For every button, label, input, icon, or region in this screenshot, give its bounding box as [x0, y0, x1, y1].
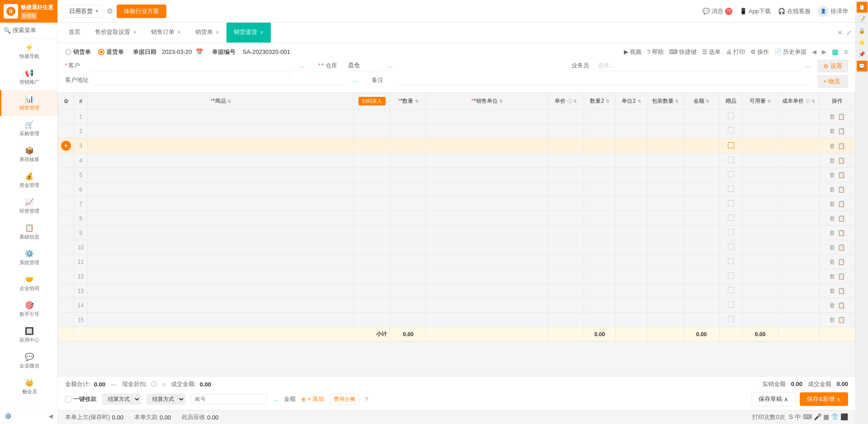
- expense-split-btn[interactable]: 费用分摊: [330, 394, 359, 405]
- app-download-btn[interactable]: 📱 App下载: [740, 7, 771, 15]
- right-tool-6[interactable]: 💬: [857, 61, 868, 71]
- radio-return[interactable]: 退货单: [98, 48, 124, 56]
- sidebar-item-marketing[interactable]: 📢 营销推广: [0, 64, 57, 90]
- row1-qty2[interactable]: [584, 110, 616, 124]
- sidebar-item-newguide[interactable]: 🎯 新手引导: [0, 296, 57, 322]
- view-list-icon[interactable]: ≡: [844, 48, 848, 56]
- row8-gift-checkbox[interactable]: [728, 214, 734, 221]
- row3-delete-icon[interactable]: 🗑: [829, 143, 835, 149]
- row4-gift-checkbox[interactable]: [728, 157, 734, 163]
- collect-checkbox[interactable]: [65, 396, 71, 402]
- row9-gift-checkbox[interactable]: [728, 229, 734, 235]
- view-table-icon[interactable]: ▦: [832, 48, 839, 56]
- scan-btn[interactable]: 扫码录入: [359, 97, 386, 105]
- qty2-sort-icon[interactable]: ⇅: [606, 99, 609, 104]
- sidebar-item-sales[interactable]: 📊 销售管理: [0, 90, 57, 116]
- row4-delete-icon[interactable]: 🗑: [829, 157, 835, 164]
- row3-unit2[interactable]: [616, 138, 647, 153]
- row4-copy-icon[interactable]: 📋: [838, 157, 845, 164]
- toolbar-shortcut[interactable]: ⌨ 快捷键: [669, 48, 697, 56]
- radio-sales[interactable]: 销货单: [65, 48, 91, 56]
- row1-price[interactable]: [548, 110, 584, 124]
- amount-sort-icon[interactable]: ⇅: [706, 99, 709, 104]
- row3-gift-checkbox[interactable]: [728, 142, 734, 148]
- sidebar-item-inventory[interactable]: 📦 库存核算: [0, 142, 57, 167]
- sidebar-item-member[interactable]: 👑 畅会员: [0, 374, 57, 400]
- unit2-sort-icon[interactable]: ⇅: [637, 99, 641, 104]
- tab-price-extract-close-icon[interactable]: ✕: [133, 30, 137, 35]
- remark-input[interactable]: [398, 75, 810, 86]
- row11-delete-icon[interactable]: 🗑: [829, 258, 835, 265]
- row13-copy-icon[interactable]: 📋: [838, 287, 845, 294]
- row7-copy-icon[interactable]: 📋: [838, 200, 845, 207]
- expense-info-icon[interactable]: ?: [365, 396, 368, 403]
- row2-delete-icon[interactable]: 🗑: [829, 128, 835, 134]
- row14-delete-icon[interactable]: 🗑: [829, 302, 835, 309]
- row12-delete-icon[interactable]: 🗑: [829, 273, 835, 280]
- row2-qty[interactable]: [390, 124, 426, 138]
- row3-product-input[interactable]: [90, 143, 351, 149]
- row5-gift-checkbox[interactable]: [728, 171, 734, 177]
- nav-prev-icon[interactable]: ◀: [812, 48, 816, 55]
- row8-copy-icon[interactable]: 📋: [838, 215, 845, 222]
- collapse-icon[interactable]: ◀: [48, 413, 53, 419]
- settings-gear-icon[interactable]: ⚙️: [5, 413, 12, 419]
- experience-btn[interactable]: 体验行业方案: [117, 5, 166, 18]
- qty-sort-icon[interactable]: ⇅: [415, 99, 419, 104]
- row1-copy-icon[interactable]: 📋: [838, 113, 845, 120]
- th-gear[interactable]: ⚙: [58, 93, 74, 110]
- sidebar-item-finance[interactable]: 💰 资金管理: [0, 167, 57, 193]
- costprice-info-icon[interactable]: ⓘ: [806, 99, 810, 104]
- row10-delete-icon[interactable]: 🗑: [829, 244, 835, 251]
- tool3-icon[interactable]: ⌨: [803, 413, 812, 421]
- price-sort-icon[interactable]: ⇅: [573, 99, 577, 104]
- tab-sales-return-close-icon[interactable]: ✕: [260, 30, 264, 35]
- row1-delete-icon[interactable]: 🗑: [829, 113, 835, 120]
- tool5-icon[interactable]: ▦: [823, 413, 829, 421]
- row1-unit[interactable]: [426, 110, 548, 124]
- sidebar-item-appcenter[interactable]: 🔲 应用中心: [0, 322, 57, 348]
- row15-delete-icon[interactable]: 🗑: [829, 316, 835, 323]
- row3-qty2[interactable]: [584, 138, 616, 153]
- add-payment-btn[interactable]: ⊕ + 添加: [301, 395, 324, 403]
- row1-unit2[interactable]: [616, 110, 647, 124]
- costprice-sort-icon[interactable]: ⇅: [811, 99, 815, 104]
- messages-btn[interactable]: 💬 消息 70: [703, 7, 732, 15]
- row13-gift-checkbox[interactable]: [728, 287, 734, 293]
- row1-qty[interactable]: [390, 110, 426, 124]
- avail-sort-icon[interactable]: ⇅: [767, 99, 771, 104]
- row14-gift-checkbox[interactable]: [728, 301, 734, 308]
- row1-product[interactable]: [88, 110, 354, 124]
- search-menu-item[interactable]: 🔍 搜索菜单: [0, 23, 57, 38]
- row2-packqty[interactable]: [647, 124, 684, 138]
- tool4-icon[interactable]: 🎤: [814, 413, 821, 421]
- sidebar-item-operations[interactable]: 📈 经营管理: [0, 193, 57, 219]
- row3-qty[interactable]: [390, 138, 426, 153]
- row11-gift-checkbox[interactable]: [728, 258, 734, 264]
- sidebar-item-purchase[interactable]: 🛒 采购管理: [0, 116, 57, 142]
- address-picker-icon[interactable]: ...: [353, 77, 357, 83]
- right-tool-5[interactable]: 📌: [857, 49, 868, 60]
- row3-unit[interactable]: [426, 138, 548, 153]
- row3-product[interactable]: [88, 138, 354, 153]
- product-sort-icon[interactable]: ⇅: [227, 99, 231, 104]
- toolbar-help[interactable]: ? 帮助: [647, 48, 663, 56]
- tab-maximize-btn[interactable]: ⤢: [846, 29, 852, 36]
- right-tool-3[interactable]: 🔒: [857, 25, 868, 36]
- warehouse-picker-icon[interactable]: ...: [388, 62, 392, 69]
- address-input[interactable]: [92, 75, 347, 86]
- tool6-icon[interactable]: 👕: [831, 413, 839, 421]
- sidebar-item-enterprise[interactable]: 🤝 企业协同: [0, 271, 57, 296]
- row5-delete-icon[interactable]: 🗑: [829, 172, 835, 178]
- price-info-icon[interactable]: ⓘ: [567, 99, 572, 104]
- row8-delete-icon[interactable]: 🗑: [829, 215, 835, 222]
- account-input[interactable]: [191, 394, 267, 404]
- right-tool-1[interactable]: 📋: [857, 2, 868, 13]
- settle-method-select[interactable]: 结算方式: [102, 394, 141, 405]
- row9-copy-icon[interactable]: 📋: [838, 229, 845, 236]
- calc-method-select[interactable]: 结算方式: [146, 394, 185, 405]
- toolbar-operation[interactable]: ⚙ 操作: [750, 48, 769, 56]
- tab-sales-invoice-close-icon[interactable]: ✕: [216, 30, 219, 35]
- row15-copy-icon[interactable]: 📋: [838, 316, 845, 323]
- row7-delete-icon[interactable]: 🗑: [829, 200, 835, 207]
